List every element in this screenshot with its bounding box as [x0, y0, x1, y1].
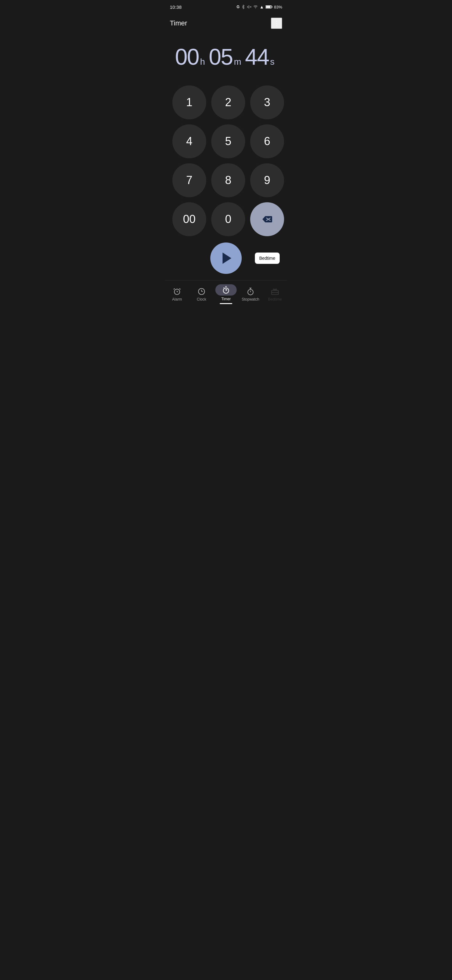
- stopwatch-icon: [246, 287, 255, 296]
- timer-minutes-unit: m: [234, 57, 241, 67]
- battery-icon: [266, 5, 273, 9]
- bluetooth-icon: [241, 5, 246, 9]
- key-8-button[interactable]: 8: [211, 163, 245, 197]
- timer-nav-bg: [215, 284, 237, 296]
- mute-icon: [247, 5, 251, 9]
- key-00-button[interactable]: 00: [172, 202, 206, 236]
- play-button[interactable]: [210, 242, 242, 274]
- timer-seconds-unit: s: [270, 57, 274, 67]
- bottom-navigation: Alarm Clock Timer: [165, 280, 287, 312]
- timer-underline: [220, 303, 232, 304]
- timer-label: Timer: [221, 297, 231, 301]
- nav-clock[interactable]: Clock: [189, 286, 214, 303]
- bedtime-label: Bedtime: [268, 297, 282, 302]
- wifi-icon: [253, 5, 258, 9]
- nav-timer[interactable]: Timer: [214, 283, 238, 305]
- svg-point-2: [255, 8, 256, 8]
- nav-stopwatch[interactable]: Stopwatch: [238, 286, 263, 303]
- stopwatch-label: Stopwatch: [242, 297, 259, 302]
- alarm-icon: [173, 287, 181, 296]
- timer-icon: [222, 286, 230, 294]
- key-3-button[interactable]: 3: [250, 86, 284, 119]
- key-4-button[interactable]: 4: [172, 124, 206, 158]
- signal-icon: ▲: [260, 5, 264, 10]
- timer-display: 00 h 05 m 44 s: [165, 32, 287, 86]
- bedtime-button[interactable]: Bedtime: [255, 253, 280, 264]
- google-icon: G: [237, 5, 239, 9]
- key-9-button[interactable]: 9: [250, 163, 284, 197]
- key-1-button[interactable]: 1: [172, 86, 206, 119]
- timer-hours: 00: [175, 44, 199, 70]
- key-7-button[interactable]: 7: [172, 163, 206, 197]
- clock-label: Clock: [197, 297, 206, 302]
- status-icons: G ▲: [237, 5, 282, 10]
- alarm-label: Alarm: [172, 297, 182, 302]
- key-5-button[interactable]: 5: [211, 124, 245, 158]
- play-icon: [222, 253, 232, 264]
- battery-percent: 83%: [274, 5, 282, 10]
- bedtime-icon: [271, 287, 279, 296]
- clock-icon: [197, 287, 206, 296]
- svg-rect-4: [271, 6, 272, 8]
- timer-seconds: 44: [245, 44, 269, 70]
- svg-rect-5: [266, 6, 271, 8]
- more-options-button[interactable]: ⋮: [271, 18, 282, 29]
- keypad: 1 2 3 4 5 6 7 8 9 00 0: [165, 86, 287, 236]
- page-title: Timer: [170, 19, 187, 27]
- app-header: Timer ⋮: [165, 13, 287, 32]
- key-0-button[interactable]: 0: [211, 202, 245, 236]
- key-6-button[interactable]: 6: [250, 124, 284, 158]
- timer-hours-unit: h: [200, 57, 205, 67]
- nav-bedtime[interactable]: Bedtime: [263, 286, 287, 303]
- timer-minutes: 05: [209, 44, 233, 70]
- status-bar: 10:38 G ▲: [165, 0, 287, 13]
- key-2-button[interactable]: 2: [211, 86, 245, 119]
- status-time: 10:38: [170, 5, 182, 10]
- action-row: Bedtime: [165, 236, 287, 277]
- delete-button[interactable]: [250, 202, 284, 236]
- nav-alarm[interactable]: Alarm: [165, 286, 189, 303]
